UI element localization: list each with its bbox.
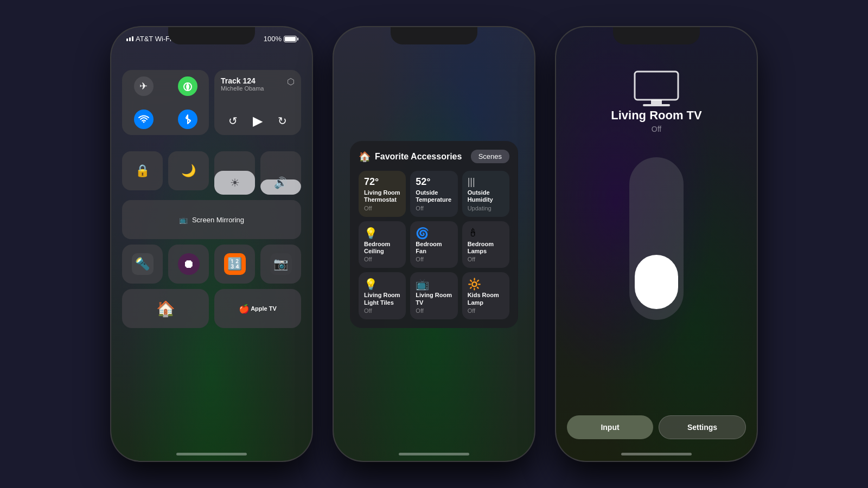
- favorite-accessories-card: 🏠 Favorite Accessories Scenes 72° Living…: [350, 141, 518, 328]
- music-track: Track 124: [221, 76, 264, 85]
- tv-icon-svg: [632, 70, 681, 108]
- wifi-icon-circle: [134, 110, 154, 129]
- tv-device-status: Off: [652, 125, 661, 133]
- bedroom-ceiling-tile[interactable]: 💡 Bedroom Ceiling Off: [359, 221, 406, 268]
- do-not-disturb-button[interactable]: 🌙: [168, 151, 209, 190]
- phone-1-screen: AT&T Wi-Fi 100% ✈: [111, 27, 312, 461]
- lr-tv-name: Living Room TV: [416, 292, 452, 306]
- thermostat-tile[interactable]: 72° Living Room Thermostat Off: [359, 171, 406, 217]
- play-button[interactable]: ▶: [253, 113, 263, 129]
- bedroom-lamps-tile[interactable]: 🕯 Bedroom Lamps Off: [462, 221, 509, 268]
- airplane-mode-button[interactable]: ✈: [122, 70, 165, 102]
- card-title: 🏠 Favorite Accessories: [359, 151, 462, 163]
- phone-3-screen: Living Room TV Off Input Settings: [556, 27, 757, 461]
- bluetooth-button[interactable]: [166, 103, 209, 135]
- moon-icon: 🌙: [181, 164, 196, 178]
- svg-rect-1: [635, 72, 678, 100]
- bar-2: [129, 37, 131, 41]
- bedroom-fan-icon: 🌀: [416, 227, 452, 240]
- rewind-button[interactable]: ↺: [228, 114, 238, 127]
- bedroom-lamps-icon: 🕯: [468, 227, 504, 239]
- battery-icon: [284, 36, 297, 42]
- camera-icon: 📷: [270, 253, 292, 275]
- record-icon: ⏺: [178, 253, 200, 275]
- bedroom-ceiling-name: Bedroom Ceiling: [364, 241, 400, 255]
- accessories-grid: 72° Living Room Thermostat Off 52° Outsi…: [359, 171, 509, 319]
- screen-mirroring-button[interactable]: 📺 Screen Mirroring: [122, 200, 301, 239]
- bar-1: [126, 38, 128, 41]
- record-button[interactable]: ⏺: [168, 245, 209, 284]
- connectivity-widget: ✈: [122, 70, 209, 135]
- light-tiles-status: Off: [364, 307, 400, 314]
- humidity-tile[interactable]: ||| Outside Humidity Updating: [462, 171, 509, 217]
- carrier-name: AT&T Wi-Fi: [136, 35, 171, 43]
- battery-fill: [285, 37, 296, 41]
- bedroom-lamps-name: Bedroom Lamps: [468, 241, 504, 255]
- flashlight-button[interactable]: 🔦: [122, 245, 163, 284]
- calculator-button[interactable]: 🔢: [214, 245, 255, 284]
- settings-button[interactable]: Settings: [659, 415, 746, 439]
- kids-lamp-icon: 🔆: [468, 278, 504, 291]
- cellular-icon-circle: [178, 76, 197, 96]
- orientation-lock-icon: 🔒: [135, 164, 150, 178]
- apple-tv-button[interactable]: 🍎 Apple TV: [214, 289, 301, 328]
- battery-container: 100%: [264, 35, 297, 43]
- outside-temp-tile[interactable]: 52° Outside Temperature Off: [410, 171, 457, 217]
- lr-tv-icon: 📺: [416, 278, 452, 291]
- notch-3: [613, 27, 700, 44]
- brightness-icon: ☀: [230, 176, 240, 189]
- tv-device-name: Living Room TV: [611, 108, 701, 123]
- kids-lamp-name: Kids Room Lamp: [468, 292, 504, 306]
- humidity-name: Outside Humidity: [468, 189, 504, 203]
- bedroom-fan-tile[interactable]: 🌀 Bedroom Fan Off: [410, 221, 457, 268]
- tv-remote-slider[interactable]: [629, 157, 684, 320]
- outside-temp-name: Outside Temperature: [416, 189, 452, 203]
- living-room-light-tiles-tile[interactable]: 💡 Living Room Light Tiles Off: [359, 272, 406, 319]
- cc-app-row: 🔦 ⏺ 🔢 📷: [111, 239, 312, 284]
- home-icon: 🏠: [359, 151, 371, 163]
- carrier-signal: AT&T Wi-Fi: [126, 35, 171, 43]
- calculator-icon: 🔢: [224, 253, 246, 275]
- bluetooth-icon-circle: [178, 110, 197, 129]
- bedroom-lamps-status: Off: [468, 256, 504, 262]
- home-indicator-3: [621, 453, 692, 455]
- orientation-lock-button[interactable]: 🔒: [122, 151, 163, 190]
- humidity-icon: |||: [468, 176, 504, 188]
- music-controls: ↺ ▶ ↻: [221, 113, 295, 129]
- home-indicator-1: [176, 453, 247, 455]
- wifi-button[interactable]: [122, 103, 165, 135]
- phone-2-screen: 🏠 Favorite Accessories Scenes 72° Living…: [334, 27, 534, 461]
- tv-bottom-buttons: Input Settings: [567, 415, 746, 439]
- music-widget: Track 124 Michelle Obama ⬡ ↺ ▶ ↻: [214, 70, 301, 135]
- input-button[interactable]: Input: [567, 415, 653, 439]
- fast-forward-button[interactable]: ↻: [278, 114, 287, 127]
- card-title-text: Favorite Accessories: [375, 152, 462, 162]
- home-app-button[interactable]: 🏠: [122, 289, 209, 328]
- light-tiles-icon: 💡: [364, 278, 400, 291]
- thermostat-name: Living Room Thermostat: [364, 189, 400, 203]
- scenes-button[interactable]: Scenes: [471, 150, 509, 163]
- bedroom-fan-name: Bedroom Fan: [416, 241, 452, 255]
- bedroom-ceiling-icon: 💡: [364, 227, 400, 240]
- svg-rect-3: [643, 104, 670, 106]
- notch-2: [391, 27, 477, 44]
- bar-3: [132, 36, 133, 41]
- airplay-icon[interactable]: ⬡: [287, 76, 295, 87]
- kids-room-lamp-tile[interactable]: 🔆 Kids Room Lamp Off: [462, 272, 509, 319]
- phone-3: Living Room TV Off Input Settings: [556, 27, 757, 461]
- light-tiles-name: Living Room Light Tiles: [364, 292, 400, 306]
- music-header: Track 124 Michelle Obama ⬡: [221, 76, 295, 92]
- volume-slider[interactable]: 🔊: [260, 151, 301, 195]
- airplane-icon-circle: ✈: [134, 76, 154, 96]
- outside-temp-value: 52°: [416, 176, 452, 188]
- svg-rect-2: [651, 100, 662, 104]
- tv-slider-thumb: [635, 255, 678, 309]
- cellular-button[interactable]: [166, 70, 209, 102]
- card-header: 🏠 Favorite Accessories Scenes: [359, 150, 509, 163]
- camera-button[interactable]: 📷: [260, 245, 301, 284]
- notch-1: [168, 27, 255, 44]
- living-room-tv-tile[interactable]: 📺 Living Room TV Off: [410, 272, 457, 319]
- brightness-slider[interactable]: ☀: [214, 151, 255, 195]
- battery-percent: 100%: [264, 35, 282, 43]
- phone-1: AT&T Wi-Fi 100% ✈: [111, 27, 312, 461]
